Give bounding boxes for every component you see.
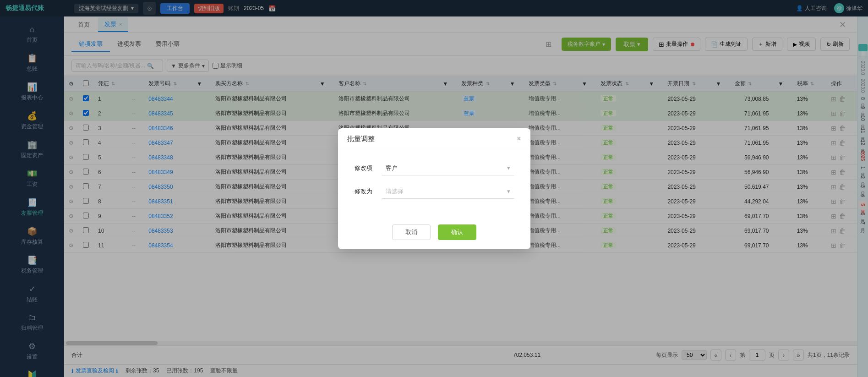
modify-to-select[interactable]: 请选择 ▾	[382, 185, 514, 199]
dialog-body: 修改项 客户 ▾ 修改为 请选择 ▾	[338, 150, 530, 219]
modify-to-label: 修改为	[355, 187, 377, 196]
dialog-confirm-btn[interactable]: 确认	[438, 224, 476, 240]
dialog-title: 批量调整	[347, 135, 375, 143]
dialog-overlay: 批量调整 × 修改项 客户 ▾ 修改为 请选择 ▾ 取消 确认	[0, 0, 868, 377]
select-arrow-icon2: ▾	[507, 188, 510, 195]
modify-field-row: 修改项 客户 ▾	[355, 161, 514, 175]
dialog-cancel-btn[interactable]: 取消	[392, 224, 431, 240]
modify-field-label: 修改项	[355, 164, 377, 172]
batch-adjust-dialog: 批量调整 × 修改项 客户 ▾ 修改为 请选择 ▾ 取消 确认	[338, 128, 530, 249]
modify-to-placeholder: 请选择	[386, 187, 404, 196]
modify-to-row: 修改为 请选择 ▾	[355, 185, 514, 199]
modify-field-select[interactable]: 客户 ▾	[382, 161, 514, 175]
dialog-footer: 取消 确认	[338, 219, 530, 249]
dialog-header: 批量调整 ×	[338, 128, 530, 150]
select-arrow-icon: ▾	[507, 164, 510, 171]
modify-field-value: 客户	[386, 164, 398, 172]
dialog-close-btn[interactable]: ×	[517, 135, 521, 143]
